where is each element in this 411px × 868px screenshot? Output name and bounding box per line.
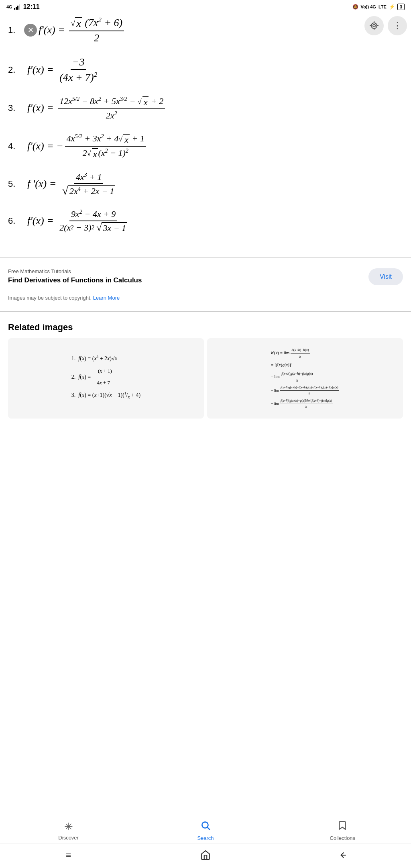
- nav-search[interactable]: Search: [189, 820, 222, 841]
- copyright-note: Images may be subject to copyright. Lear…: [0, 292, 411, 307]
- source-site-name: Free Mathematics Tutorials: [8, 268, 368, 274]
- network-type: Vo)) 4G: [361, 4, 376, 9]
- section-divider: [0, 311, 411, 312]
- collections-icon: [337, 820, 348, 833]
- status-bar: 4G 12:11 🔕 Vo)) 4G LTE ⚡ 3: [0, 0, 411, 12]
- home-icon: [200, 850, 211, 860]
- system-nav: ≡: [0, 843, 411, 868]
- back-button[interactable]: [335, 848, 350, 862]
- back-icon: [337, 850, 348, 860]
- eq1-formula: f'(x) = √x (7x2 + 6) 2: [39, 16, 403, 44]
- eq4-formula: f'(x) = − 4x5/2 + 3x2 + 4√x + 1 2√x(x2 −…: [27, 133, 403, 159]
- eq4-number: 4.: [8, 141, 24, 151]
- time: 12:11: [23, 3, 40, 10]
- eq5-number: 5.: [8, 179, 24, 189]
- eq6-number: 6.: [8, 216, 24, 226]
- learn-more-link[interactable]: Learn More: [93, 295, 120, 301]
- eq1-number: 1.: [8, 25, 24, 35]
- related-image-right[interactable]: h'(x) = lim h(x+h)−h(x)h = [f(x)g(x)]' =…: [207, 338, 403, 419]
- collections-label: Collections: [330, 835, 356, 841]
- discover-icon: ✳: [64, 821, 73, 833]
- network-left: 4G: [6, 4, 12, 9]
- svg-point-6: [202, 822, 208, 828]
- nav-collections[interactable]: Collections: [326, 820, 358, 841]
- related-image-left[interactable]: 1. f(x) = (x3 + 2x)√x 2. f(x) = −(x + 1)…: [8, 338, 204, 419]
- related-images-section: Related images 1. f(x) = (x3 + 2x)√x 2. …: [0, 316, 411, 425]
- eq2-formula: f'(x) = −3 (4x + 7)2: [27, 56, 403, 84]
- menu-icon: ≡: [66, 850, 71, 861]
- related-math-right: h'(x) = lim h(x+h)−h(x)h = [f(x)g(x)]' =…: [271, 347, 339, 410]
- eq2-number: 2.: [8, 65, 24, 75]
- equation-5: 5. f '(x) = 4x3 + 1 √ 2x4 + 2x − 1: [8, 172, 403, 197]
- eq6-formula: f'(x) = 9x2 − 4x + 9 2(x2 − 3)2 √ 3x − 1: [27, 208, 403, 233]
- equation-6: 6. f'(x) = 9x2 − 4x + 9 2(x2 − 3)2 √ 3x …: [8, 208, 403, 233]
- source-info: Free Mathematics Tutorials Find Derivati…: [8, 268, 368, 285]
- search-label: Search: [197, 835, 214, 841]
- lte-label: LTE: [378, 4, 387, 9]
- status-left: 4G 12:11: [6, 3, 40, 10]
- equation-4: 4. f'(x) = − 4x5/2 + 3x2 + 4√x + 1 2√x(x…: [8, 133, 403, 159]
- eq3-formula: f'(x) = 12x5/2 − 8x2 + 5x3/2 − √x + 2 2x…: [27, 96, 403, 121]
- visit-button[interactable]: Visit: [368, 268, 403, 285]
- home-button[interactable]: [198, 848, 213, 862]
- equation-2: 2. f'(x) = −3 (4x + 7)2: [8, 56, 403, 84]
- nav-items: ✳ Discover Search Collections: [0, 816, 411, 843]
- lightning-icon: ⚡: [389, 4, 395, 10]
- signal-bars: [14, 4, 20, 10]
- math-content: ⋮ 1. ✕ f'(x) = √x (7x2 + 6) 2 2.: [0, 12, 411, 253]
- related-math-left: 1. f(x) = (x3 + 2x)√x 2. f(x) = −(x + 1)…: [71, 353, 140, 403]
- battery-indicator: 3: [397, 4, 405, 10]
- source-title: Find Derivatives of Functions in Calculu…: [8, 276, 368, 285]
- svg-line-7: [208, 827, 210, 830]
- related-title: Related images: [8, 322, 403, 333]
- discover-label: Discover: [58, 835, 79, 841]
- eq3-number: 3.: [8, 103, 24, 113]
- source-banner: Free Mathematics Tutorials Find Derivati…: [0, 262, 411, 292]
- related-images-grid: 1. f(x) = (x3 + 2x)√x 2. f(x) = −(x + 1)…: [8, 338, 403, 419]
- status-right: 🔕 Vo)) 4G LTE ⚡ 3: [352, 4, 405, 10]
- nav-discover[interactable]: ✳ Discover: [53, 821, 85, 841]
- equation-1: 1. ✕ f'(x) = √x (7x2 + 6) 2: [8, 16, 403, 44]
- close-button-eq1[interactable]: ✕: [24, 24, 37, 37]
- search-icon: [200, 820, 211, 833]
- equation-3: 3. f'(x) = 12x5/2 − 8x2 + 5x3/2 − √x + 2…: [8, 96, 403, 121]
- bottom-nav: ✳ Discover Search Collections ≡: [0, 816, 411, 868]
- no-sound-icon: 🔕: [352, 4, 358, 10]
- menu-button[interactable]: ≡: [61, 848, 76, 862]
- content-divider: [0, 257, 411, 258]
- eq5-formula: f '(x) = 4x3 + 1 √ 2x4 + 2x − 1: [27, 172, 403, 197]
